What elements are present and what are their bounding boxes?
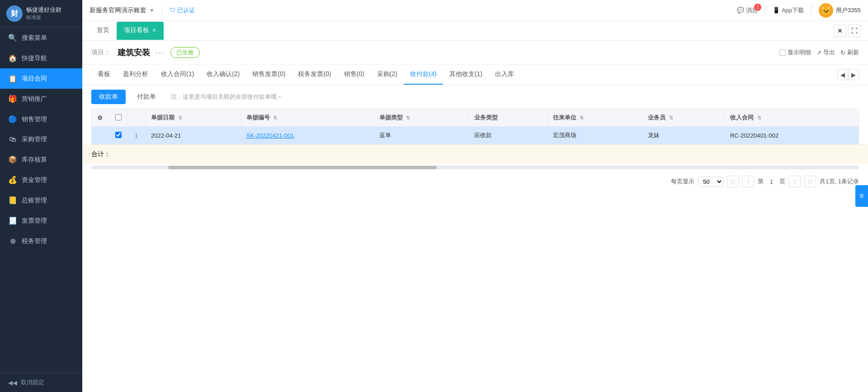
sidebar-item-label: 发票管理 (22, 217, 47, 225)
subtab-receipt[interactable]: 收付款(4) (404, 65, 443, 85)
maximize-window-button[interactable]: ⛶ (848, 24, 861, 37)
inner-tab-payment[interactable]: 付款单 (129, 90, 164, 104)
sort-icon: ⇅ (757, 115, 761, 120)
tab-home[interactable]: 首页 (90, 22, 117, 40)
sidebar-item-quicknav[interactable]: 🏠 快捷导航 (0, 48, 82, 68)
tax-icon: ⊗ (8, 237, 17, 245)
sidebar-item-label: 总账管理 (22, 196, 47, 205)
show-detail-checkbox[interactable]: 显示明细 (779, 48, 811, 57)
sidebar-item-project[interactable]: 📋 项目合同 (0, 68, 82, 89)
subtab-profit[interactable]: 盈利分析 (117, 65, 155, 85)
order-link[interactable]: SK-20220421-001 (246, 132, 294, 139)
sidebar-footer[interactable]: ◀◀ 取消固定 (0, 373, 82, 392)
sidebar-item-tax[interactable]: ⊗ 税务管理 (0, 231, 82, 251)
subtab-in-out[interactable]: 出入库 (489, 65, 520, 85)
sidebar-item-purchase[interactable]: 🛍 采购管理 (0, 129, 82, 149)
tab-project-board[interactable]: 项目看板 ✕ (117, 22, 164, 40)
unpin-icon: ◀◀ (8, 379, 17, 386)
marketing-icon: 🎁 (8, 95, 17, 103)
sidebar-item-sales[interactable]: 🔵 销售管理 (0, 109, 82, 129)
th-settings[interactable]: ⚙ (92, 109, 110, 127)
subtabs: 看板 盈利分析 收入合同(1) 收入确认(2) 销售发票(0) 税务发票(0) … (82, 65, 868, 85)
right-panel-button[interactable]: ≡ (855, 185, 868, 207)
cell-checkbox[interactable] (110, 127, 127, 144)
th-checkbox[interactable] (110, 109, 127, 127)
prev-page-button[interactable]: ⟨ (742, 176, 754, 187)
th-income-contract[interactable]: 收入合同 ⇅ (724, 109, 859, 127)
th-date[interactable]: 单据日期 ⇅ (146, 109, 241, 127)
cell-type: 蓝单 (373, 127, 469, 144)
verified-badge: 🛡 已认证 (170, 6, 195, 14)
inner-tab-note: 注：这里是与项目关联的全部收付款单哦～ (171, 93, 283, 101)
subtab-tax-invoice-label: 税务发票(0) (298, 70, 331, 77)
subtab-in-out-label: 出入库 (495, 70, 514, 77)
th-salesperson-label: 业务员 (648, 114, 665, 121)
sidebar-item-marketing[interactable]: 🎁 营销推广 (0, 89, 82, 109)
cell-code[interactable]: SK-20220421-001 (241, 127, 373, 144)
table-row[interactable]: 1 2022-04-21 SK-20220421-001 蓝单 应收款 宏茂商场… (92, 127, 859, 144)
total-info: 共1页, 1条记录 (820, 177, 859, 186)
sidebar-item-invoice[interactable]: 🧾 发票管理 (0, 210, 82, 231)
row-checkbox[interactable] (115, 132, 122, 138)
logo-name: 畅捷通好业财 (26, 6, 61, 14)
sidebar-item-label: 销售管理 (22, 115, 47, 124)
subtab-purchase[interactable]: 采购(2) (371, 65, 404, 85)
refresh-button[interactable]: ↻ 刷新 (840, 48, 859, 57)
cell-income-contract: RC-20220401-002 (724, 127, 859, 144)
sort-icon: ⇅ (406, 115, 410, 120)
sidebar-item-inventory[interactable]: 📦 库存核算 (0, 149, 82, 170)
subtab-other-expense[interactable]: 其他收支(1) (443, 65, 489, 85)
user-menu[interactable]: 🐱 用户3355 (819, 3, 861, 18)
tab-close-icon[interactable]: ✕ (152, 27, 156, 33)
inner-tab-receipt[interactable]: 收款单 (91, 90, 126, 104)
account-selector[interactable]: 新服务官网演示账套 ▼ (90, 6, 155, 14)
sort-icon: ⇅ (178, 115, 182, 120)
next-page-button[interactable]: ⟩ (789, 176, 801, 187)
export-label: 导出 (823, 48, 835, 57)
sidebar-nav: 🔍 搜索菜单 🏠 快捷导航 📋 项目合同 🎁 营销推广 🔵 销售管理 🛍 采购管… (0, 28, 82, 373)
subtab-sales-invoice[interactable]: 销售发票(0) (246, 65, 292, 85)
select-all-checkbox[interactable] (115, 114, 122, 120)
cell-settings (92, 127, 110, 144)
message-button[interactable]: 💬 消息 1 (737, 6, 758, 14)
subtab-next-button[interactable]: ▶ (848, 69, 859, 80)
th-partner[interactable]: 往来单位 ⇅ (547, 109, 642, 127)
subtab-sales[interactable]: 销售(0) (338, 65, 371, 85)
window-close-icon: ✕ (837, 27, 843, 34)
subtab-prev-button[interactable]: ◀ (837, 69, 848, 80)
refresh-icon: ↻ (840, 49, 845, 56)
invoice-icon: 🧾 (8, 216, 17, 225)
finance-icon: 💰 (8, 176, 17, 184)
settings-icon[interactable]: ⚙ (97, 115, 103, 121)
th-type[interactable]: 单据类型 ⇅ (373, 109, 469, 127)
more-options-button[interactable]: ··· (156, 48, 165, 57)
sidebar-item-label: 搜索菜单 (22, 34, 47, 42)
subtab-sales-label: 销售(0) (344, 70, 364, 77)
page-title: 建筑安装 (118, 47, 150, 58)
tab-home-label: 首页 (97, 26, 109, 34)
export-button[interactable]: ↗ 导出 (816, 48, 835, 57)
subtab-kanban[interactable]: 看板 (91, 65, 117, 85)
sidebar-item-ledger[interactable]: 📒 总账管理 (0, 190, 82, 210)
table-header-row: ⚙ 单据日期 ⇅ 单据编号 ⇅ (92, 109, 859, 127)
subtab-income-confirm[interactable]: 收入确认(2) (200, 65, 246, 85)
th-salesperson[interactable]: 业务员 ⇅ (642, 109, 724, 127)
last-page-button[interactable]: ⟩⟩ (804, 176, 816, 187)
close-window-button[interactable]: ✕ (834, 24, 846, 37)
subtab-income-confirm-label: 收入确认(2) (207, 70, 240, 77)
first-page-button[interactable]: ⟨⟨ (727, 176, 739, 187)
subtab-purchase-label: 采购(2) (377, 70, 397, 77)
scroll-bar-thumb[interactable] (168, 166, 437, 169)
sidebar-item-search[interactable]: 🔍 搜索菜单 (0, 28, 82, 48)
sidebar: 财 畅捷通好业财 标准版 🔍 搜索菜单 🏠 快捷导航 📋 项目合同 🎁 营销推广… (0, 0, 82, 392)
th-code[interactable]: 单据编号 ⇅ (241, 109, 373, 127)
subtab-income-contract[interactable]: 收入合同(1) (155, 65, 200, 85)
page-title-label: 项目： (91, 48, 110, 57)
subtab-tax-invoice[interactable]: 税务发票(0) (292, 65, 337, 85)
sidebar-item-finance[interactable]: 💰 资金管理 (0, 170, 82, 190)
page-suffix: 页 (779, 177, 785, 186)
subtab-profit-label: 盈利分析 (123, 70, 148, 77)
th-partner-label: 往来单位 (553, 114, 576, 121)
app-download-button[interactable]: 📱 App下载 (773, 6, 804, 14)
per-page-select[interactable]: 50 20 100 (698, 177, 723, 187)
